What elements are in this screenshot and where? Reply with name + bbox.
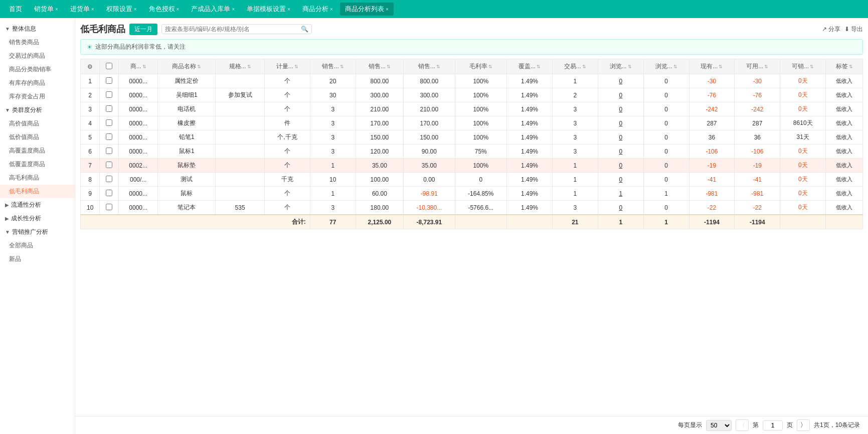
nav-item-purchase[interactable]: 进货单 ×	[65, 3, 99, 16]
export-button[interactable]: ⬇ 导出	[844, 25, 863, 34]
filter-button[interactable]: 近一月	[129, 24, 157, 35]
col-available[interactable]: 可用...⇅	[735, 59, 780, 74]
col-settings[interactable]: ⚙	[81, 59, 100, 74]
row-available: -76	[735, 88, 780, 102]
row-view1[interactable]: 0	[598, 201, 643, 215]
sidebar-item-capital-usage[interactable]: 库存资金占用	[0, 90, 75, 103]
sidebar-item-low-margin[interactable]: 低毛利商品	[0, 185, 75, 198]
row-view1[interactable]: 1	[598, 187, 643, 201]
nav-close-sales[interactable]: ×	[55, 7, 58, 12]
share-button[interactable]: ↗ 分享	[822, 25, 840, 34]
row-checkbox[interactable]	[100, 173, 119, 187]
nav-item-home[interactable]: 首页	[4, 3, 27, 16]
nav-item-sales[interactable]: 销货单 ×	[29, 3, 63, 16]
col-current-stock[interactable]: 现有...⇅	[689, 59, 735, 74]
page-number-input[interactable]	[763, 420, 783, 430]
sidebar-item-high-coverage[interactable]: 高覆盖度商品	[0, 144, 75, 158]
nav-label-sales: 销货单	[34, 5, 54, 14]
sidebar-item-high-margin[interactable]: 高毛利商品	[0, 171, 75, 185]
col-sales-profit[interactable]: 销售...⇅	[404, 59, 455, 74]
sidebar-group-marketing[interactable]: ▼ 营销推广分析	[0, 225, 75, 239]
col-view1[interactable]: 浏览...⇅	[598, 59, 643, 74]
row-checkbox[interactable]	[100, 74, 119, 88]
row-view1[interactable]: 0	[598, 74, 643, 88]
col-code[interactable]: 商...⇅	[119, 59, 158, 74]
row-checkbox[interactable]	[100, 116, 119, 130]
sidebar-group-circulation[interactable]: ▶ 流通性分析	[0, 198, 75, 212]
row-checkbox[interactable]	[100, 102, 119, 116]
row-select-checkbox[interactable]	[106, 91, 112, 98]
nav-item-analysis-list[interactable]: 商品分析列表 ×	[340, 3, 394, 16]
row-select-checkbox[interactable]	[106, 105, 112, 112]
nav-item-permission[interactable]: 权限设置 ×	[101, 3, 142, 16]
row-view1[interactable]: 0	[598, 102, 643, 116]
top-navigation: 首页 销货单 × 进货单 × 权限设置 × 角色授权 × 产成品入库单 × 单据…	[0, 0, 868, 18]
row-view1[interactable]: 0	[598, 144, 643, 159]
row-select-checkbox[interactable]	[106, 133, 112, 140]
row-sales-amount: 150.00	[356, 130, 404, 144]
prev-page-button[interactable]: 〈	[736, 419, 749, 431]
row-select-checkbox[interactable]	[106, 148, 112, 154]
nav-close-role[interactable]: ×	[177, 7, 180, 12]
row-transaction: 3	[552, 201, 598, 215]
row-view1[interactable]: 0	[598, 173, 643, 187]
nav-close-analysis-list[interactable]: ×	[386, 7, 389, 12]
total-current-stock: -1194	[689, 215, 735, 229]
col-view2[interactable]: 浏览...⇅	[643, 59, 689, 74]
nav-close-permission[interactable]: ×	[134, 7, 137, 12]
col-coverage[interactable]: 覆盖...⇅	[507, 59, 553, 74]
nav-close-analysis[interactable]: ×	[330, 7, 333, 12]
search-input[interactable]	[165, 26, 301, 33]
row-view1[interactable]: 0	[598, 159, 643, 173]
nav-item-template[interactable]: 单据模板设置 ×	[242, 3, 295, 16]
row-checkbox[interactable]	[100, 144, 119, 159]
row-select-checkbox[interactable]	[106, 176, 112, 182]
sidebar-group-growth[interactable]: ▶ 成长性分析	[0, 212, 75, 225]
sidebar-item-new-products[interactable]: 新品	[0, 252, 75, 266]
sidebar-item-high-value[interactable]: 高价值商品	[0, 117, 75, 130]
share-label: 分享	[828, 25, 840, 34]
row-checkbox[interactable]	[100, 130, 119, 144]
sidebar-item-stocked-products[interactable]: 有库存的商品	[0, 76, 75, 90]
col-spec[interactable]: 规格...⇅	[216, 59, 265, 74]
row-select-checkbox[interactable]	[106, 190, 112, 196]
row-checkbox[interactable]	[100, 187, 119, 201]
col-tag[interactable]: 标签⇅	[826, 59, 863, 74]
sidebar-group-cluster[interactable]: ▼ 类群度分析	[0, 103, 75, 117]
row-gross-margin: 100%	[455, 74, 506, 88]
row-view1[interactable]: 0	[598, 130, 643, 144]
row-checkbox[interactable]	[100, 159, 119, 173]
row-view1[interactable]: 0	[598, 88, 643, 102]
next-page-button[interactable]: 〉	[797, 419, 810, 431]
col-unit[interactable]: 计量...⇅	[264, 59, 310, 74]
row-select-checkbox[interactable]	[106, 119, 112, 126]
per-page-select[interactable]: 50 100 200	[706, 420, 732, 431]
nav-item-role[interactable]: 角色授权 ×	[144, 3, 185, 16]
col-sales-qty[interactable]: 销售...⇅	[310, 59, 356, 74]
col-gross-margin[interactable]: 毛利率⇅	[455, 59, 506, 74]
nav-close-template[interactable]: ×	[287, 7, 290, 12]
sidebar-item-sales-products[interactable]: 销售类商品	[0, 36, 75, 49]
sidebar-item-traded-products[interactable]: 交易过的商品	[0, 49, 75, 63]
sidebar-item-all-products[interactable]: 全部商品	[0, 239, 75, 252]
col-name[interactable]: 商品名称⇅	[158, 59, 216, 74]
row-spec	[216, 74, 265, 88]
row-view1[interactable]: 0	[598, 116, 643, 130]
sidebar-item-low-value[interactable]: 低价值商品	[0, 130, 75, 144]
nav-item-product-entry[interactable]: 产成品入库单 ×	[186, 3, 240, 16]
col-saleable[interactable]: 可销...⇅	[780, 59, 826, 74]
col-transaction[interactable]: 交易...⇅	[552, 59, 598, 74]
col-sales-amount[interactable]: 销售...⇅	[356, 59, 404, 74]
nav-close-purchase[interactable]: ×	[91, 7, 94, 12]
sidebar-item-low-coverage[interactable]: 低覆盖度商品	[0, 158, 75, 171]
nav-close-product-entry[interactable]: ×	[232, 7, 235, 12]
row-checkbox[interactable]	[100, 201, 119, 215]
sidebar-item-category-rate[interactable]: 商品分类助销率	[0, 63, 75, 76]
row-select-checkbox[interactable]	[106, 162, 112, 168]
select-all-checkbox[interactable]	[106, 63, 112, 69]
row-select-checkbox[interactable]	[106, 204, 112, 210]
nav-item-analysis[interactable]: 商品分析 ×	[297, 3, 338, 16]
row-select-checkbox[interactable]	[106, 77, 112, 84]
sidebar-group-overall[interactable]: ▼ 整体信息	[0, 22, 75, 36]
row-checkbox[interactable]	[100, 88, 119, 102]
